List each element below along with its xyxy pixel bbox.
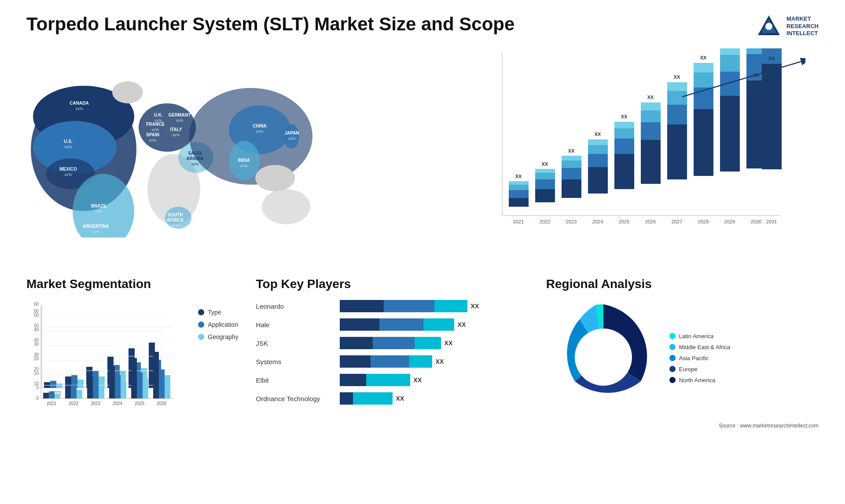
legend-asia-pacific: Asia Pacific: [669, 355, 730, 362]
svg-rect-188: [143, 378, 148, 398]
svg-text:ARGENTINA: ARGENTINA: [83, 224, 109, 229]
latin-america-dot: [669, 333, 676, 339]
source-text: Source : www.marketresearchintellect.com: [546, 423, 819, 429]
player-bar-jsk: [340, 337, 441, 349]
bar-seg1: [340, 374, 366, 386]
svg-text:xx%: xx%: [191, 162, 198, 166]
player-xx: XX: [458, 321, 466, 328]
svg-text:2022: 2022: [540, 219, 550, 224]
logo-text: MARKET RESEARCH INTELLECT: [786, 15, 819, 38]
player-name-hale: Hale: [256, 321, 335, 329]
player-row-ordnance: Ordnance Technology XX: [256, 392, 529, 405]
svg-text:50: 50: [34, 323, 39, 328]
svg-text:30: 30: [34, 352, 39, 357]
middle-east-dot: [669, 344, 676, 350]
regional-wrapper: Latin America Middle East & Africa Asia …: [546, 300, 819, 416]
svg-text:xx%: xx%: [288, 136, 295, 141]
svg-text:0: 0: [36, 396, 39, 401]
svg-rect-64: [535, 169, 555, 173]
europe-dot: [669, 366, 676, 372]
bar-seg1: [340, 318, 379, 331]
svg-rect-179: [93, 381, 99, 398]
svg-rect-182: [109, 366, 115, 398]
svg-rect-97: [694, 109, 713, 176]
player-bar-leonardo: [340, 300, 467, 312]
svg-rect-186: [131, 358, 137, 398]
svg-text:2021: 2021: [47, 401, 57, 406]
svg-text:CHINA: CHINA: [253, 124, 267, 128]
europe-label: Europe: [679, 366, 698, 373]
svg-rect-62: [535, 179, 555, 189]
svg-rect-85: [641, 140, 661, 184]
bar-chart-section: XX 2021 XX 2022 XX 2023: [450, 48, 819, 259]
player-row-elbit: Elbit XX: [256, 374, 529, 386]
north-america-dot: [669, 377, 676, 383]
svg-text:2022: 2022: [69, 401, 79, 406]
seg-legend-application: Application: [198, 321, 238, 328]
svg-rect-191: [159, 369, 165, 398]
player-bar-hale: [340, 318, 454, 331]
seg-bars-clean: 0 10 20 30 40 50 60: [26, 302, 176, 416]
svg-text:xx%: xx%: [176, 118, 183, 123]
key-players-title: Top Key Players: [256, 277, 529, 291]
svg-text:U.S.: U.S.: [64, 139, 73, 144]
player-xx: XX: [436, 358, 444, 365]
seg-type-label: Type: [208, 309, 221, 316]
svg-text:XX: XX: [515, 174, 522, 179]
svg-text:xx%: xx%: [95, 209, 103, 214]
svg-text:2025: 2025: [135, 401, 145, 406]
svg-point-17: [112, 81, 143, 103]
bar-seg2: [371, 355, 409, 368]
bottom-section: Market Segmentation 0 10 20 30 40 50: [26, 277, 819, 429]
legend-latin-america: Latin America: [669, 333, 730, 340]
svg-text:ITALY: ITALY: [170, 127, 182, 132]
svg-rect-75: [588, 145, 608, 154]
svg-text:GERMANY: GERMANY: [168, 113, 191, 117]
svg-point-2: [765, 23, 772, 30]
svg-rect-86: [641, 122, 661, 140]
regional-title: Regional Analysis: [546, 277, 819, 291]
svg-text:XX: XX: [647, 95, 654, 100]
player-bar-wrap: XX: [340, 337, 529, 349]
svg-rect-55: [509, 198, 529, 207]
legend-europe: Europe: [669, 366, 730, 373]
segmentation-section: Market Segmentation 0 10 20 30 40 50: [26, 277, 239, 429]
seg-legend: Type Application Geography: [198, 300, 238, 340]
svg-text:xx%: xx%: [256, 129, 263, 134]
logo-container: MARKET RESEARCH INTELLECT: [756, 13, 819, 40]
svg-rect-76: [588, 139, 608, 145]
bar-seg1: [340, 392, 353, 405]
svg-rect-81: [614, 128, 634, 139]
player-row-systems: Systems XX: [256, 355, 529, 368]
svg-rect-178: [87, 376, 93, 398]
bar-seg3: [423, 318, 454, 331]
player-bar-wrap: XX: [340, 300, 529, 312]
svg-text:2030: 2030: [751, 219, 761, 224]
bar-seg1: [340, 355, 371, 368]
player-row-hale: Hale XX: [256, 318, 529, 331]
svg-text:xx%: xx%: [172, 133, 180, 137]
legend-middle-east: Middle East & Africa: [669, 344, 730, 351]
player-bar-wrap: XX: [340, 374, 529, 386]
svg-text:XX: XX: [595, 131, 601, 137]
svg-text:xx%: xx%: [64, 172, 72, 177]
regional-legend: Latin America Middle East & Africa Asia …: [669, 333, 730, 383]
bar-seg3: [366, 374, 410, 386]
svg-text:2031: 2031: [766, 219, 777, 224]
svg-text:BRAZIL: BRAZIL: [91, 204, 107, 208]
svg-text:XX: XX: [621, 114, 628, 119]
svg-text:2029: 2029: [724, 219, 735, 224]
svg-text:xx%: xx%: [75, 106, 83, 111]
svg-rect-184: [121, 381, 126, 398]
svg-rect-63: [535, 173, 555, 179]
bar-seg3: [353, 392, 393, 405]
player-row-leonardo: Leonardo XX: [256, 300, 529, 312]
svg-rect-79: [614, 154, 634, 189]
seg-chart-wrapper: 0 10 20 30 40 50 60: [26, 300, 239, 418]
svg-rect-92: [667, 105, 687, 124]
seg-application-label: Application: [208, 321, 238, 328]
svg-rect-88: [641, 102, 661, 110]
svg-text:2027: 2027: [672, 219, 682, 224]
svg-rect-103: [720, 96, 740, 172]
donut-chart-svg: [546, 300, 661, 414]
